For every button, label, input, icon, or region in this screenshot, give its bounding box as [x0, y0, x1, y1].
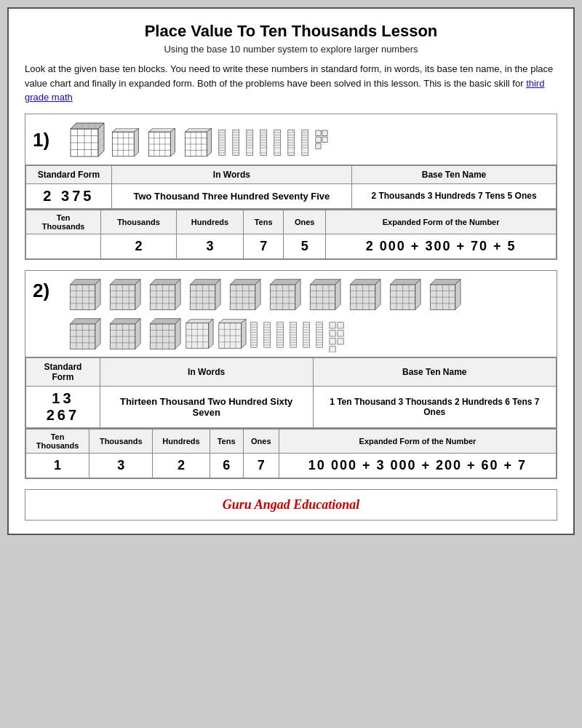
svg-marker-211 — [95, 318, 100, 349]
svg-marker-220 — [135, 318, 140, 349]
svg-rect-309 — [338, 322, 343, 328]
svg-marker-157 — [255, 279, 260, 309]
problem-2-blocks — [65, 277, 549, 352]
block-tens-2 — [232, 128, 242, 160]
svg-rect-313 — [338, 338, 343, 344]
block-ones-group — [315, 128, 328, 160]
in-words-value-2: Thirteen Thousand Two Hundred Sixty Seve… — [120, 396, 292, 418]
problem-2-section: 2) — [25, 270, 557, 479]
p2-th-1 — [65, 277, 101, 313]
svg-rect-111 — [322, 137, 327, 142]
p2-th-12 — [105, 316, 141, 352]
in-words-header-2: In Words — [100, 357, 313, 386]
svg-marker-202 — [455, 279, 461, 309]
problem-2-number: 2) — [33, 280, 55, 302]
block-hundreds-1 — [109, 128, 141, 160]
svg-marker-130 — [135, 279, 140, 309]
p2-t-3 — [276, 320, 286, 352]
digit-hundreds-2: 2 — [178, 458, 185, 472]
p2-th-2 — [105, 277, 141, 313]
problem-2-header: 2) — [25, 271, 557, 357]
svg-rect-108 — [316, 130, 321, 135]
svg-rect-110 — [316, 137, 321, 142]
problem-1-place-table-wrapper: TenThousands Thousands Hundreds Tens One… — [25, 209, 557, 259]
block-hundreds-2 — [146, 128, 178, 160]
standard-form-value-1: 2 375 — [43, 188, 94, 204]
svg-marker-175 — [335, 279, 340, 309]
in-words-header: In Words — [111, 165, 351, 183]
p2-t-6 — [316, 320, 325, 352]
svg-marker-238 — [209, 319, 213, 348]
p2-th-10 — [425, 277, 461, 313]
svg-rect-311 — [338, 330, 343, 336]
problem-2-info-table: Standard Form In Words Base Ten Name 13 … — [25, 357, 557, 428]
problem-1-section: 1) — [25, 114, 557, 260]
page-container: Place Value To Ten Thousands Lesson Usin… — [7, 7, 575, 535]
block-hundreds-3 — [182, 128, 214, 160]
th-ten-thousands-2: TenThousands — [26, 429, 89, 453]
th-thousands-2: Thousands — [89, 429, 153, 453]
p2-th-4 — [185, 277, 221, 313]
svg-marker-24 — [134, 128, 138, 157]
digit-ten-thousands-2: 1 — [54, 458, 61, 472]
p2-t-5 — [303, 320, 312, 352]
problem-2-place-table-wrapper: TenThousands Thousands Hundreds Tens One… — [25, 428, 557, 478]
svg-rect-112 — [316, 143, 321, 149]
p2-ones-group — [329, 320, 345, 352]
base-ten-name-header-2: Base Ten Name — [313, 357, 556, 386]
p2-th-13 — [145, 316, 181, 352]
p2-h-1 — [185, 319, 214, 352]
p2-t-4 — [290, 320, 299, 352]
th-ones-1: Ones — [283, 210, 325, 234]
svg-marker-121 — [95, 279, 100, 309]
svg-marker-184 — [375, 279, 380, 309]
p2-th-8 — [345, 277, 381, 313]
standard-form-header-2: Standard Form — [26, 357, 100, 386]
digit-thousands-2: 3 — [117, 458, 124, 472]
digit-thousands-1: 2 — [135, 239, 142, 253]
page-subtitle: Using the base 10 number system to explo… — [25, 44, 557, 55]
th-thousands-1: Thousands — [101, 210, 176, 234]
problem-1-place-table: TenThousands Thousands Hundreds Tens One… — [25, 210, 557, 259]
svg-marker-148 — [215, 279, 220, 309]
p2-t-2 — [263, 320, 273, 352]
digit-ones-2: 7 — [258, 458, 265, 472]
digit-tens-1: 7 — [260, 239, 267, 253]
block-thousands-1 — [65, 120, 105, 160]
footer-text: Guru Angad Educational — [223, 497, 359, 512]
svg-marker-247 — [242, 319, 246, 348]
standard-form-header: Standard Form — [26, 165, 112, 183]
footer: Guru Angad Educational — [25, 489, 557, 521]
block-tens-1 — [218, 128, 228, 160]
problem-1-info-table-wrapper: Standard Form In Words Base Ten Name 2 3… — [25, 165, 557, 209]
block-tens-5 — [274, 128, 283, 160]
svg-rect-314 — [330, 346, 335, 352]
p2-th-9 — [385, 277, 421, 313]
th-expanded-2: Expanded Form of the Number — [279, 429, 556, 453]
digit-tens-2: 6 — [223, 458, 230, 472]
svg-marker-139 — [175, 279, 180, 309]
block-tens-7 — [301, 128, 311, 160]
svg-rect-312 — [330, 338, 335, 344]
p2-th-5 — [225, 277, 261, 313]
svg-marker-166 — [295, 279, 300, 309]
svg-marker-193 — [415, 279, 420, 309]
p2-th-3 — [145, 277, 181, 313]
digit-hundreds-1: 3 — [206, 239, 213, 253]
th-ones-2: Ones — [243, 429, 279, 453]
p2-th-7 — [305, 277, 341, 313]
base-ten-value-2: 1 Ten Thousand 3 Thousands 2 Hundreds 6 … — [330, 397, 539, 417]
digit-ones-1: 5 — [301, 239, 308, 253]
problem-1-blocks — [65, 120, 328, 160]
block-tens-3 — [246, 128, 255, 160]
expanded-form-value-2: 10 000 + 3 000 + 200 + 60 + 7 — [308, 458, 527, 472]
p2-th-6 — [265, 277, 301, 313]
th-expanded-1: Expanded Form of the Number — [326, 210, 557, 234]
th-tens-2: Tens — [210, 429, 243, 453]
problem-2-info-table-wrapper: Standard Form In Words Base Ten Name 13 … — [25, 357, 557, 428]
svg-marker-33 — [170, 128, 175, 157]
svg-rect-310 — [330, 330, 335, 336]
svg-rect-308 — [330, 322, 335, 328]
p2-th-11 — [65, 316, 101, 352]
th-hundreds-2: Hundreds — [153, 429, 210, 453]
